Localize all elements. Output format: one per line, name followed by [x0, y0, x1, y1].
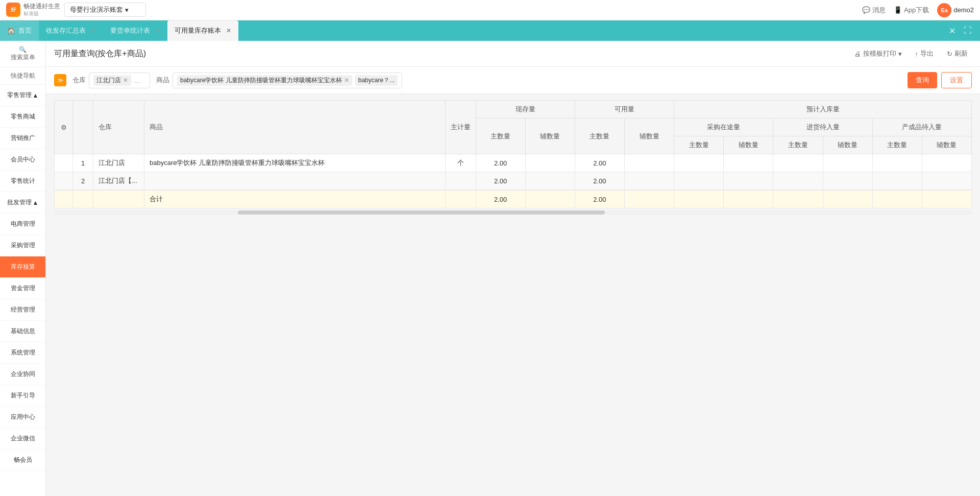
export-btn[interactable]: ↑ 导出 — [911, 47, 938, 60]
print-btn[interactable]: 🖨 按模板打印 ▾ — [850, 47, 906, 60]
col-purchase-main: 主数量 — [674, 136, 724, 154]
logo-area: 好 畅捷通好生意 标准版 — [6, 3, 60, 17]
warehouse-filter-label: 仓库 — [72, 76, 86, 85]
footer-label: 合计 — [144, 190, 446, 208]
col-product-header: 商品 — [144, 101, 446, 154]
sidebar-item-marketing[interactable]: 营销推广 — [0, 128, 45, 149]
tab-order-close[interactable]: ✕ — [155, 27, 160, 34]
sidebar-item-wholesale[interactable]: 批发管理 ▲ — [0, 192, 45, 214]
sidebar-nav-label: 快捷导航 — [11, 72, 35, 79]
col-products-main: 主数量 — [872, 136, 922, 154]
refresh-btn[interactable]: ↻ 刷新 — [943, 47, 972, 60]
sidebar-item-guide[interactable]: 新手引导 — [0, 385, 45, 407]
print-icon: 🖨 — [854, 50, 861, 58]
row1-avail-aux — [624, 154, 674, 172]
sidebar-item-system-label: 系统管理 — [11, 348, 35, 357]
row2-current-aux — [525, 172, 575, 191]
row1-incoming-aux — [823, 154, 872, 172]
tab-bar: 🏠 首页 收发存汇总表 ✕ 要货单统计表 ✕ 可用量库存账本 ✕ ✕ ⛶ — [0, 20, 980, 41]
sidebar-item-retail-mall[interactable]: 零售商城 — [0, 106, 45, 128]
product-input[interactable]: babycare学饮杯 儿童防摔防撞吸管杯重力球吸嘴杯宝宝水杯 ✕ babyca… — [173, 73, 402, 88]
product-tag-value: babycare学饮杯 儿童防摔防撞吸管杯重力球吸嘴杯宝宝水杯 — [180, 76, 342, 85]
warehouse-input[interactable]: 江北门店 ✕ ... — [89, 73, 150, 88]
sidebar-item-finance[interactable]: 资金管理 — [0, 278, 45, 299]
export-label: 导出 — [920, 49, 934, 58]
tab-receive[interactable]: 收发存汇总表 ✕ — [39, 20, 103, 41]
sidebar-item-app-center-label: 应用中心 — [11, 413, 35, 421]
sidebar-item-retail-mgmt[interactable]: 零售管理 ▲ — [0, 85, 45, 106]
top-bar: 好 畅捷通好生意 标准版 母婴行业演示账套 ▾ 💬 消息 📱 App下载 Ea … — [0, 0, 980, 20]
sidebar-item-ecommerce[interactable]: 电商管理 — [0, 214, 45, 235]
footer-products-aux — [922, 190, 971, 208]
sidebar-item-wholesale-label: 批发管理 — [7, 198, 32, 207]
message-icon: 💬 — [862, 6, 870, 14]
row1-avail-main: 2.00 — [575, 154, 624, 172]
filter-toggle[interactable]: ≫ — [54, 74, 66, 86]
tab-order[interactable]: 要货单统计表 ✕ — [103, 20, 167, 41]
col-warehouse-header: 仓库 — [93, 101, 144, 154]
footer-products-main — [872, 190, 922, 208]
sidebar-item-operations[interactable]: 经营管理 — [0, 299, 45, 321]
tab-home-label: 首页 — [18, 26, 32, 35]
page-title: 可用量查询(按仓库+商品) — [54, 49, 146, 59]
sidebar-item-purchase[interactable]: 采购管理 — [0, 235, 45, 256]
chevron-down-icon: ▾ — [125, 6, 129, 14]
tab-home[interactable]: 🏠 首页 — [0, 20, 39, 41]
logo-sub: 标准版 — [23, 10, 60, 17]
query-button[interactable]: 查询 — [908, 72, 937, 88]
sidebar-item-member[interactable]: 会员中心 — [0, 149, 45, 171]
table-container: ⚙ 仓库 商品 主计量 现存量 可用量 预计入库量 主数量 辅数量 主数量 辅数… — [46, 94, 980, 496]
horizontal-scrollbar[interactable] — [54, 210, 972, 215]
scrollbar-thumb[interactable] — [238, 210, 605, 215]
col-seq — [73, 101, 93, 154]
sidebar-nav[interactable]: 快捷导航 — [0, 67, 45, 85]
sidebar-item-wechat[interactable]: 企业微信 — [0, 428, 45, 450]
sidebar-item-finance-label: 资金管理 — [11, 284, 35, 293]
row1-purchase-aux — [724, 154, 773, 172]
col-products-aux: 辅数量 — [922, 136, 971, 154]
footer-incoming-main — [773, 190, 823, 208]
col-products-pending-header: 产成品待入量 — [872, 119, 971, 136]
row1-incoming-main — [773, 154, 823, 172]
sidebar-item-inventory[interactable]: 库存核算 — [0, 256, 45, 278]
sidebar-item-purchase-label: 采购管理 — [11, 241, 35, 250]
row2-products-main — [872, 172, 922, 191]
col-purchase-aux: 辅数量 — [724, 136, 773, 154]
warehouse-more[interactable]: ... — [134, 77, 140, 84]
row2-warehouse: 江北门店【... — [93, 172, 144, 191]
app-download-action[interactable]: 📱 App下载 — [894, 6, 929, 15]
refresh-icon: ↻ — [947, 50, 952, 58]
settings-button[interactable]: 设置 — [941, 72, 972, 88]
sidebar-search[interactable]: 🔍 搜索菜单 — [0, 41, 45, 67]
product-tag: babycare学饮杯 儿童防摔防撞吸管杯重力球吸嘴杯宝宝水杯 ✕ — [177, 75, 352, 86]
tab-expand-icon[interactable]: ⛶ — [962, 24, 974, 37]
row1-products-aux — [922, 154, 971, 172]
row1-purchase-main — [674, 154, 724, 172]
product-tag-more-value: babycare？... — [358, 76, 395, 85]
sidebar-item-basics-label: 基础信息 — [11, 327, 35, 336]
product-tag-close[interactable]: ✕ — [344, 77, 349, 84]
col-settings[interactable]: ⚙ — [55, 101, 73, 154]
warehouse-tag: 江北门店 ✕ — [93, 75, 131, 86]
chevron-wholesale-icon: ▲ — [33, 199, 39, 206]
sidebar-item-system[interactable]: 系统管理 — [0, 342, 45, 364]
tab-receive-close[interactable]: ✕ — [91, 27, 96, 34]
user-action[interactable]: Ea demo2 — [937, 3, 974, 17]
row1-settings[interactable] — [55, 154, 73, 172]
sidebar-item-vip[interactable]: 畅会员 — [0, 450, 45, 471]
row2-purchase-main — [674, 172, 724, 191]
industry-selector[interactable]: 母婴行业演示账套 ▾ — [64, 3, 146, 17]
table-footer-row: 合计 2.00 2.00 — [55, 190, 972, 208]
warehouse-tag-close[interactable]: ✕ — [123, 77, 128, 84]
tab-available-close[interactable]: ✕ — [226, 27, 231, 34]
sidebar-item-app-center[interactable]: 应用中心 — [0, 407, 45, 428]
row2-incoming-main — [773, 172, 823, 191]
row2-settings[interactable] — [55, 172, 73, 191]
sidebar-item-retail-stats[interactable]: 零售统计 — [0, 171, 45, 192]
sidebar-item-basics[interactable]: 基础信息 — [0, 321, 45, 342]
message-action[interactable]: 💬 消息 — [862, 6, 886, 15]
sidebar-item-member-label: 会员中心 — [11, 155, 35, 164]
tab-close-all-icon[interactable]: ✕ — [947, 24, 958, 38]
sidebar-item-enterprise[interactable]: 企业协同 — [0, 364, 45, 385]
tab-available[interactable]: 可用量库存账本 ✕ — [167, 20, 238, 41]
